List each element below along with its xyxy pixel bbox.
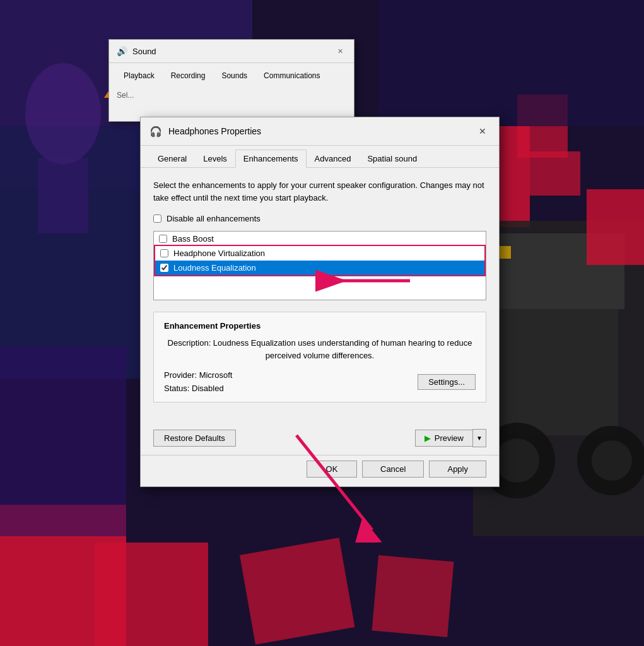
sound-title: Sound xyxy=(132,47,329,56)
bass-boost-checkbox[interactable] xyxy=(159,235,167,243)
sound-tabs: Playback Recording Sounds Communications xyxy=(109,63,354,83)
preview-dropdown-button[interactable]: ▼ xyxy=(472,429,486,447)
tab-playback[interactable]: Playback xyxy=(117,68,161,83)
svg-rect-22 xyxy=(587,189,644,265)
svg-rect-6 xyxy=(372,555,454,637)
left-arrow xyxy=(309,262,435,300)
hp-titlebar: 🎧 Headphones Properties ✕ xyxy=(141,117,499,146)
sound-icon: 🔊 xyxy=(117,46,127,56)
provider-label: Provider: Microsoft xyxy=(164,370,232,380)
svg-rect-23 xyxy=(530,151,580,196)
headphone-virt-checkbox[interactable] xyxy=(160,249,168,257)
tab-recording[interactable]: Recording xyxy=(164,68,213,83)
headphone-virt-label: Headphone Virtualization xyxy=(173,249,265,258)
svg-rect-16 xyxy=(492,309,618,435)
disable-all-row: Disable all enhancements xyxy=(153,214,486,223)
loudness-eq-checkbox[interactable] xyxy=(160,264,168,272)
play-icon: ▶ xyxy=(424,433,431,443)
svg-rect-10 xyxy=(0,347,126,536)
disable-all-checkbox[interactable] xyxy=(153,214,161,223)
tab-general[interactable]: General xyxy=(149,150,195,168)
enhancement-props-title: Enhancement Properties xyxy=(164,321,476,331)
enhancement-props-meta: Provider: Microsoft Status: Disabled Set… xyxy=(164,370,476,393)
preview-label: Preview xyxy=(435,433,464,443)
preview-button[interactable]: ▶ Preview xyxy=(415,430,472,447)
settings-button[interactable]: Settings... xyxy=(418,374,476,390)
svg-rect-2 xyxy=(95,543,208,646)
hp-title: Headphones Properties xyxy=(168,126,469,136)
tab-communications[interactable]: Communications xyxy=(257,68,327,83)
restore-defaults-button[interactable]: Restore Defaults xyxy=(153,430,236,447)
tab-advanced[interactable]: Advanced xyxy=(307,150,360,168)
tab-enhancements[interactable]: Enhancements xyxy=(235,150,307,168)
enhancement-props-left: Provider: Microsoft Status: Disabled xyxy=(164,370,232,393)
svg-point-20 xyxy=(592,440,632,481)
loudness-eq-label: Loudness Equalization xyxy=(173,263,256,273)
tab-spatial-sound[interactable]: Spatial sound xyxy=(359,150,425,168)
hp-close-button[interactable]: ✕ xyxy=(475,124,490,139)
enhancement-item-bass-boost[interactable]: Bass Boost xyxy=(154,232,486,246)
bass-boost-label: Bass Boost xyxy=(172,234,214,244)
svg-point-11 xyxy=(25,63,101,164)
sound-content-text: Sel... xyxy=(117,91,134,100)
sound-close-button[interactable]: ✕ xyxy=(334,45,346,57)
down-arrow xyxy=(271,429,410,543)
apply-button[interactable]: Apply xyxy=(429,461,486,478)
headphones-icon: 🎧 xyxy=(149,126,162,138)
tab-levels[interactable]: Levels xyxy=(195,150,235,168)
sound-titlebar: 🔊 Sound ✕ xyxy=(109,40,354,63)
tab-sounds[interactable]: Sounds xyxy=(214,68,254,83)
hp-tabs: General Levels Enhancements Advanced Spa… xyxy=(141,146,499,168)
svg-rect-5 xyxy=(240,537,355,645)
svg-rect-9 xyxy=(378,0,644,126)
sound-content: Sel... xyxy=(109,83,354,121)
svg-point-19 xyxy=(495,438,539,483)
svg-rect-12 xyxy=(38,158,88,233)
status-label: Status: Disabled xyxy=(164,384,232,393)
svg-line-27 xyxy=(296,435,372,530)
disable-all-label: Disable all enhancements xyxy=(167,214,261,223)
enhancement-properties: Enhancement Properties Description: Loud… xyxy=(153,312,486,402)
enhancement-item-headphone-virt[interactable]: Headphone Virtualization xyxy=(155,246,484,261)
preview-group: ▶ Preview ▼ xyxy=(415,429,486,447)
enhancement-props-desc: Description: Loudness Equalization uses … xyxy=(164,337,476,361)
hp-description: Select the enhancements to apply for you… xyxy=(153,179,486,204)
sound-dialog: 🔊 Sound ✕ Playback Recording Sounds Comm… xyxy=(108,39,354,122)
